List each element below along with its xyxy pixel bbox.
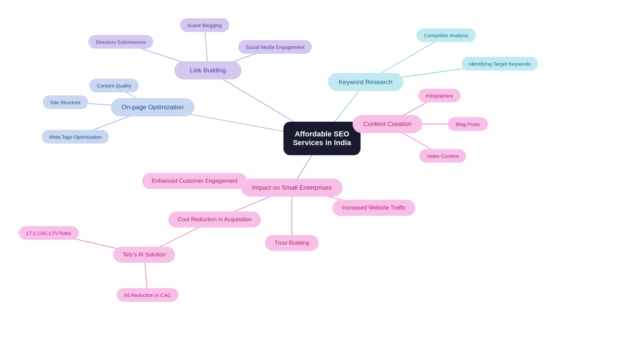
- directory-submissions[interactable]: Directory Submissions: [88, 35, 153, 49]
- meta-tags-optimization[interactable]: Meta Tags Optimization: [42, 130, 109, 144]
- infographics[interactable]: Infographics: [418, 89, 461, 103]
- enhanced-customer-engagement[interactable]: Enhanced Customer Engagement: [142, 173, 247, 189]
- social-media-engagement[interactable]: Social Media Engagement: [238, 40, 312, 54]
- identifying-target-keywords[interactable]: Identifying Target Keywords: [462, 57, 538, 71]
- cost-reduction[interactable]: Cost Reduction in Acquisition: [168, 211, 261, 228]
- competitor-analysis[interactable]: Competitor Analysis: [417, 28, 476, 42]
- cac-ltv-ratio[interactable]: 17:1 CAC:LTV Ratio: [19, 226, 79, 240]
- trust-building[interactable]: Trust Building: [265, 235, 319, 251]
- on-page-optimization[interactable]: On-page Optimization: [111, 98, 195, 116]
- link-building[interactable]: Link Building: [174, 61, 241, 79]
- increased-website-traffic[interactable]: Increased Website Traffic: [332, 200, 415, 216]
- mindmap-container: Affordable SEO Services in IndiaLink Bui…: [0, 0, 644, 363]
- keyword-research[interactable]: Keyword Research: [328, 73, 404, 91]
- telys-ai-solution[interactable]: Tely's AI Solution: [113, 247, 175, 263]
- blog-posts[interactable]: Blog Posts: [448, 117, 488, 131]
- site-structure[interactable]: Site Structure: [43, 96, 88, 109]
- impact-small-enterprises[interactable]: Impact on Small Enterprises: [241, 179, 342, 197]
- guest-blogging[interactable]: Guest Blogging: [180, 18, 229, 32]
- center-node[interactable]: Affordable SEO Services in India: [283, 122, 361, 155]
- reduction-cac[interactable]: 64 Reduction in CAC: [117, 288, 178, 302]
- video-content[interactable]: Video Content: [420, 149, 466, 163]
- content-creation[interactable]: Content Creation: [353, 115, 422, 133]
- content-quality[interactable]: Content Quality: [89, 79, 139, 93]
